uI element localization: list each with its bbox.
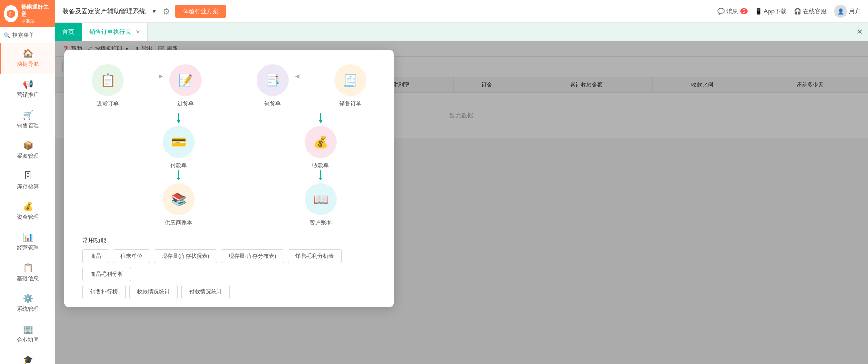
- message-badge: 5: [740, 8, 748, 14]
- logo-icon: 6: [4, 5, 18, 22]
- search-icon: 🔍: [4, 32, 11, 38]
- sidebar-item-label: 经营管理: [17, 244, 39, 252]
- arrow-down-receipt: [319, 170, 322, 180]
- func-btn-3[interactable]: 现存量(库存分布表): [221, 249, 284, 263]
- sales-order-icon: 🧾: [343, 73, 358, 87]
- enterprise-icon: 🏢: [23, 324, 33, 334]
- flow-section: 📋 进货订单 ▶: [64, 50, 394, 236]
- customer-ledger-label: 客户账本: [310, 219, 332, 227]
- common-title: 常用功能: [82, 236, 376, 244]
- system-dropdown[interactable]: ▼: [151, 8, 157, 15]
- message-label: 消息: [726, 7, 738, 16]
- payment-label: 付款单: [170, 162, 187, 169]
- settings-icon[interactable]: ⚙: [163, 6, 170, 16]
- sidebar-item-label: 基础信息: [17, 275, 39, 283]
- flow-purchase-order[interactable]: 📋 进货订单: [82, 64, 133, 108]
- func-btn-5[interactable]: 商品毛利分析: [82, 267, 131, 281]
- sidebar-item-finance[interactable]: 💰 资金管理: [0, 196, 55, 227]
- user-item[interactable]: 👤 用户: [834, 5, 861, 18]
- message-item[interactable]: 💬 消息 5: [717, 7, 748, 16]
- system-icon: ⚙️: [23, 293, 33, 304]
- sidebar-item-newbie[interactable]: 🎓 新手引导: [0, 349, 55, 364]
- sidebar-item-label: 营销推广: [17, 91, 39, 99]
- sidebar-item-label: 快捷导航: [17, 60, 39, 68]
- service-icon: 🎧: [794, 8, 801, 15]
- service-label: 在线客服: [803, 7, 827, 16]
- func-btn-0[interactable]: 商品: [82, 249, 109, 263]
- purchase-bill-icon: 📝: [178, 73, 193, 87]
- topbar: 装备及固定资产辅助管理系统 ▼ ⚙ 体验行业方案 💬 消息 5 📱 App下载 …: [55, 0, 868, 23]
- sidebar-item-basic[interactable]: 📋 基础信息: [0, 257, 55, 288]
- flow-customer-ledger[interactable]: 📖 客户账本: [295, 183, 346, 227]
- finance-icon: 💰: [23, 201, 33, 212]
- sidebar-item-system[interactable]: ⚙️ 系统管理: [0, 288, 55, 319]
- sidebar-item-label: 系统管理: [17, 305, 39, 313]
- func-btn-1[interactable]: 往来单位: [113, 249, 150, 263]
- arrow-down-purchase: [177, 113, 180, 123]
- purchase-icon: 📦: [23, 141, 33, 151]
- flow-sales-order[interactable]: 🧾 销售订单: [325, 64, 376, 108]
- purchase-order-icon: 📋: [100, 73, 116, 88]
- sidebar-item-enterprise[interactable]: 🏢 企业协同: [0, 319, 55, 349]
- arrow-down-sales: [319, 113, 322, 123]
- tab-home[interactable]: 首页: [55, 23, 82, 41]
- sidebar-item-purchase[interactable]: 📦 采购管理: [0, 135, 55, 166]
- arrow-down-payment: [177, 170, 180, 180]
- user-label: 用户: [849, 7, 861, 16]
- purchase-order-circle: 📋: [92, 64, 124, 96]
- sidebar-nav: 🏠 快捷导航 📢 营销推广 🛒 销售管理 📦 采购管理 🗄 库存核算 💰: [0, 43, 55, 364]
- sidebar-item-inventory[interactable]: 🗄 库存核算: [0, 166, 55, 196]
- dropdown-icon: ▼: [151, 8, 157, 15]
- logo-sub: 标准版: [21, 18, 51, 24]
- func-btn-7[interactable]: 收款情况统计: [129, 285, 178, 299]
- receipt-circle: 💰: [305, 126, 337, 158]
- supplier-ledger-circle: 📚: [163, 183, 195, 215]
- sales-bill-label: 销货单: [264, 100, 281, 108]
- sidebar-item-label: 资金管理: [17, 213, 39, 221]
- tab-sales-exec[interactable]: 销售订单执行表 ✕: [82, 23, 148, 41]
- sales-icon: 🛒: [23, 110, 33, 120]
- func-btn-8[interactable]: 付款情况统计: [181, 285, 230, 299]
- sales-bill-icon: 📑: [265, 73, 280, 87]
- marketing-icon: 📢: [23, 79, 33, 89]
- service-item[interactable]: 🎧 在线客服: [794, 7, 827, 16]
- newbie-icon: 🎓: [23, 355, 33, 364]
- func-btn-2[interactable]: 现存量(库存状况表): [154, 249, 217, 263]
- receipt-icon: 💰: [313, 135, 328, 149]
- sidebar-item-label: 采购管理: [17, 152, 39, 160]
- receipt-label: 收款单: [312, 162, 329, 169]
- customer-ledger-icon: 📖: [313, 192, 328, 206]
- sidebar-item-operations[interactable]: 📊 经营管理: [0, 227, 55, 257]
- flow-purchase-bill[interactable]: 📝 进货单: [160, 64, 211, 108]
- sidebar-item-sales[interactable]: 🛒 销售管理: [0, 104, 55, 135]
- topbar-right: 💬 消息 5 📱 App下载 🎧 在线客服 👤 用户: [717, 5, 861, 18]
- tab-sales-exec-label: 销售订单执行表: [89, 28, 131, 36]
- tab-close-icon[interactable]: ✕: [136, 29, 140, 35]
- sidebar: 6 畅康通好生意 标准版 🔍 搜索菜单 🏠 快捷导航 📢 营销推广 🛒 销售管理: [0, 0, 55, 364]
- experience-btn[interactable]: 体验行业方案: [175, 5, 226, 18]
- sidebar-item-label: 企业协同: [17, 336, 39, 344]
- sidebar-item-marketing[interactable]: 📢 营销推广: [0, 74, 55, 104]
- sales-bill-circle: 📑: [257, 64, 289, 96]
- tabbar: 首页 销售订单执行表 ✕ ✕: [55, 23, 868, 41]
- quick-icon: 🏠: [23, 49, 33, 59]
- func-buttons-2: 销售排行榜 收款情况统计 付款情况统计: [82, 285, 376, 299]
- app-download-item[interactable]: 📱 App下载: [755, 7, 786, 16]
- func-btn-4[interactable]: 销售毛利分析表: [288, 249, 342, 263]
- modal-overlay[interactable]: 📋 进货订单 ▶: [55, 41, 868, 364]
- search-menu[interactable]: 🔍 搜索菜单: [0, 27, 55, 43]
- func-buttons: 商品 往来单位 现存量(库存状况表) 现存量(库存分布表) 销售毛利分析表 商品…: [82, 249, 376, 281]
- func-btn-6[interactable]: 销售排行榜: [82, 285, 126, 299]
- payment-icon: 💳: [171, 135, 186, 149]
- purchase-order-label: 进货订单: [97, 100, 119, 108]
- sidebar-item-quick[interactable]: 🏠 快捷导航: [0, 43, 55, 74]
- flow-payment[interactable]: 💳 付款单: [153, 126, 204, 169]
- flow-sales-bill[interactable]: 📑 销货单: [247, 64, 298, 108]
- flow-receipt[interactable]: 💰 收款单: [295, 126, 346, 169]
- tab-bar-close[interactable]: ✕: [851, 27, 868, 36]
- flow-supplier-ledger[interactable]: 📚 供应商账本: [153, 183, 204, 227]
- sidebar-item-label: 销售管理: [17, 122, 39, 130]
- common-functions: 常用功能 商品 往来单位 现存量(库存状况表) 现存量(库存分布表) 销售毛利分…: [64, 236, 394, 307]
- search-label: 搜索菜单: [12, 31, 34, 39]
- sales-order-circle: 🧾: [334, 64, 366, 96]
